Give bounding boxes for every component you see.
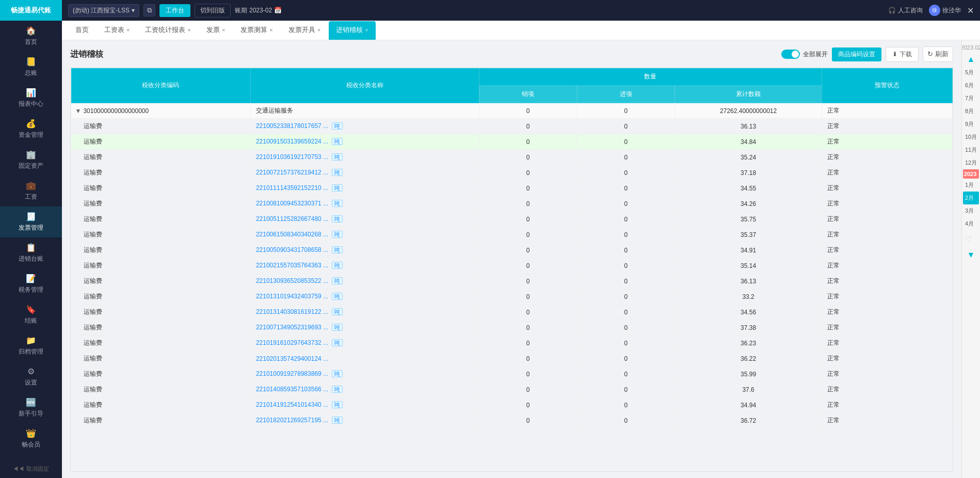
right-panel-month-12月[interactable]: 12月 [963,156,979,169]
invoice-link[interactable]: 2210091503139659224 ... [256,138,328,145]
tab-close-invoice-calc[interactable]: × [269,27,272,33]
right-panel-month-11月[interactable]: 11月 [963,144,979,156]
close-icon[interactable]: ✕ [967,6,974,15]
right-panel-month-cur-4月[interactable]: 4月 [963,217,979,230]
invoice-link[interactable]: 2210191036192170753 ... [256,153,328,161]
right-panel-month-9月[interactable]: 9月 [963,118,979,131]
expand-toggle[interactable]: 全部展开 [781,50,828,59]
workstation-button[interactable]: 工作台 [159,4,190,17]
tab-close-jxsn[interactable]: × [365,27,368,33]
sidebar-item-invoice-mgmt[interactable]: 🧾 发票管理 [0,206,62,237]
cell-status: 正常 [822,196,952,212]
cell-cumulative: 34.84 [675,134,822,150]
right-panel-month-6月[interactable]: 6月 [963,79,979,92]
tab-invoice-open[interactable]: 发票开具× [281,21,328,40]
copy-icon[interactable]: ⧉ [143,4,155,17]
invoice-link[interactable]: 2210071349052319693 ... [256,324,328,331]
invoice-link[interactable]: 2210182021269257195 ... [256,417,328,424]
cell-name-invoice: 2210201357429400124 ... [250,351,479,367]
tabs-bar: 首页工资表×工资统计报表×发票×发票测算×发票开具×进销稽核× [62,21,980,40]
sidebar-item-ledger[interactable]: 📒 总账 [0,52,62,83]
sidebar-item-assets[interactable]: 🏢 固定资产 [0,145,62,176]
sidebar-item-sales-ledger[interactable]: 📋 进销台账 [0,237,62,268]
cell-purchase: 0 [577,320,675,336]
sidebar-item-salary[interactable]: 💼 工资 [0,176,62,206]
invoice-link[interactable]: 2210051125282667480 ... [256,215,328,222]
cell-code: 运输费 [71,305,251,320]
sidebar-item-settlement[interactable]: 🔖 结账 [0,299,62,330]
invoice-link[interactable]: 2210021557035764363 ... [256,262,328,269]
right-panel-month-10月[interactable]: 10月 [963,131,979,144]
tag-badge: 吨 [332,401,343,408]
cell-cumulative: 37.38 [675,320,822,336]
sidebar-item-label: 工资 [25,193,37,201]
right-panel-month-8月[interactable]: 8月 [963,105,979,118]
calendar-icon[interactable]: 📅 [274,7,282,14]
tab-close-salary-report[interactable]: × [187,27,190,33]
sidebar-item-reports[interactable]: 📊 报表中心 [0,83,62,114]
cell-sales: 0 [479,103,577,119]
invoice-link[interactable]: 2210081009453230371 ... [256,200,328,207]
tab-close-invoice-open[interactable]: × [317,27,320,33]
invoice-link[interactable]: 2210111143592152210 ... [256,184,328,192]
table-row: 运输费 2210052338178017657 ... 吨 0 0 36.13 … [71,119,953,134]
invoice-link[interactable]: 2210141912541014340 ... [256,401,328,408]
download-button[interactable]: ⬇ 下载 [886,47,919,62]
tab-salary-report[interactable]: 工资统计报表× [138,21,198,40]
tab-close-invoice[interactable]: × [222,27,225,33]
scroll-up-arrow[interactable]: ▲ [967,55,975,64]
sidebar-item-archive[interactable]: 📁 归档管理 [0,330,62,361]
invoice-link[interactable]: 2210131403081619122 ... [256,308,328,315]
sidebar-item-guide[interactable]: 🆕 新手引导 [0,392,62,423]
invoice-link[interactable]: 2210130936520853522 ... [256,277,328,284]
cell-code: 运输费 [71,382,251,397]
refresh-button[interactable]: ↻ 刷新 [923,46,953,62]
invoice-link[interactable]: 2210201357429400124 ... [256,355,328,362]
company-selector[interactable]: (勿动) 江西报宝-LSS ▾ [68,4,139,17]
invoice-link[interactable]: 2210072157376219412 ... [256,169,328,176]
tab-close-salary[interactable]: × [126,27,130,33]
right-panel-month-cur-3月[interactable]: 3月 [963,204,979,217]
sidebar-item-tax-mgmt[interactable]: 📝 税务管理 [0,268,62,299]
invoice-link[interactable]: 2210050903431708658 ... [256,246,328,253]
table-row: 运输费 2210140859357103566 ... 吨 0 0 37.6 正… [71,382,953,397]
right-panel-month-5月[interactable]: 5月 [963,66,979,79]
user-menu[interactable]: 徐 徐泾华 [929,5,961,16]
switch-old-button[interactable]: 切到旧版 [195,4,231,18]
cell-name-invoice: 2210021557035764363 ... 吨 [250,258,479,274]
cell-name-invoice: 2210131019432403759 ... 吨 [250,289,479,305]
sidebar-item-label: 固定资产 [19,162,43,170]
toggle-switch[interactable] [781,50,800,59]
invoice-link[interactable]: 2210191610297643732 ... [256,339,328,346]
sidebar-item-member[interactable]: 👑 畅会员 [0,423,62,454]
support-button[interactable]: 🎧 人工咨询 [888,6,923,15]
right-panel-month-cur-2月[interactable]: 2月 [963,192,979,204]
cell-name-invoice: 2210141912541014340 ... 吨 [250,397,479,413]
right-panel-month-7月[interactable]: 7月 [963,92,979,105]
cell-code: 运输费 [71,413,251,428]
tab-invoice[interactable]: 发票× [199,21,232,40]
invoice-link[interactable]: 2210131019432403759 ... [256,293,328,300]
invoice-link[interactable]: 2210052338178017657 ... [256,122,328,130]
page-title: 进销稽核 [70,49,103,60]
invoice-link[interactable]: 2210061508340340268 ... [256,231,328,238]
table-row: 运输费 2210100919278983869 ... 吨 0 0 35.99 … [71,367,953,382]
table-row: 运输费 2210071349052319693 ... 吨 0 0 37.38 … [71,320,953,336]
tab-invoice-calc[interactable]: 发票测算× [233,21,280,40]
page-main: 进销稽核 全部展开 商品编码设置 ⬇ 下载 ↻ 刷新 [62,40,961,478]
cell-code: 运输费 [71,258,251,274]
sidebar-item-home[interactable]: 🏠 首页 [0,21,62,52]
sidebar-item-settings[interactable]: ⚙ 设置 [0,361,62,392]
unpin-button[interactable]: ◀◀ 取消固定 [0,460,62,478]
sidebar-item-funds[interactable]: 💰 资金管理 [0,114,62,145]
tab-jxsn[interactable]: 进销稽核× [329,21,375,40]
tab-home[interactable]: 首页 [68,21,96,40]
invoice-link[interactable]: 2210100919278983869 ... [256,370,328,377]
cell-status: 正常 [822,181,952,196]
sidebar-item-label: 首页 [25,38,37,46]
right-panel-month-cur-1月[interactable]: 1月 [963,179,979,192]
invoice-link[interactable]: 2210140859357103566 ... [256,386,328,393]
tab-salary[interactable]: 工资表× [97,21,137,40]
goods-code-button[interactable]: 商品编码设置 [832,47,881,61]
scroll-down-arrow[interactable]: ▼ [967,250,975,260]
